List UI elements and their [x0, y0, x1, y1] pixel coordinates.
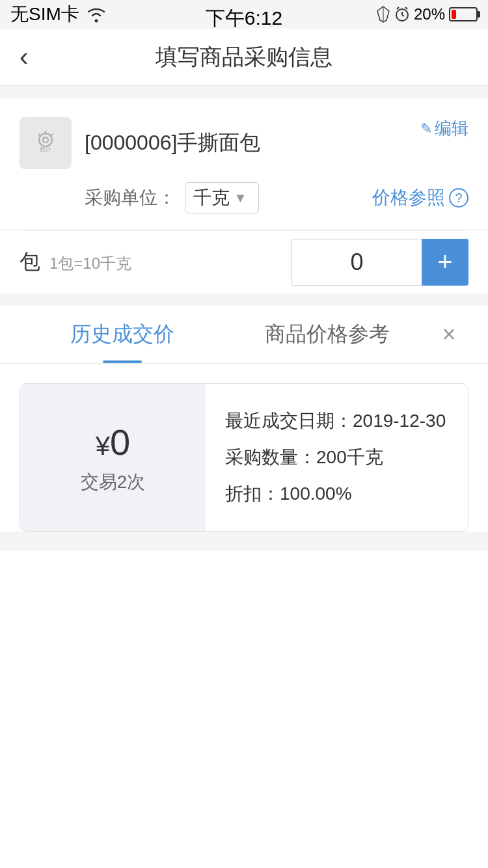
alarm-icon	[394, 6, 410, 23]
info-icon: ?	[449, 188, 468, 208]
tab-history-price[interactable]: 历史成交价	[20, 306, 224, 363]
quantity-row: 包 1包=10千克 +	[20, 230, 468, 293]
qty-input-group: +	[291, 239, 468, 286]
txn-details-section: 最近成交日期：2019-12-30 采购数量：200千克 折扣：100.00%	[206, 384, 468, 531]
battery-icon	[449, 7, 478, 21]
tabs-section: 历史成交价 商品价格参考 × ¥0 交易2次 最近成交日期：2019-12-30…	[0, 306, 488, 532]
product-name: [0000006]手撕面包	[85, 129, 260, 157]
unit-row-left: 采购单位： 千克 ▼	[85, 182, 259, 213]
quantity-input[interactable]	[291, 239, 422, 286]
status-left: 无SIM卡	[10, 2, 108, 27]
qty-unit-big: 包	[20, 248, 40, 277]
txn-qty-row: 采购数量：200千克	[225, 444, 448, 471]
txn-date-row: 最近成交日期：2019-12-30	[225, 407, 448, 435]
unit-select[interactable]: 千克 ▼	[185, 182, 259, 213]
back-button[interactable]: ‹	[13, 36, 34, 78]
svg-text:数计: 数计	[40, 146, 51, 153]
nav-bar: ‹ 填写商品采购信息	[0, 29, 488, 86]
carrier-text: 无SIM卡	[10, 2, 79, 27]
bottom-space	[0, 551, 488, 868]
svg-line-9	[51, 134, 53, 136]
svg-point-7	[43, 137, 48, 142]
transaction-card: ¥0 交易2次 最近成交日期：2019-12-30 采购数量：200千克 折扣：…	[20, 383, 468, 532]
wifi-icon	[85, 5, 108, 23]
txn-discount-row: 折扣：100.00%	[225, 480, 448, 508]
txn-trade-count: 交易2次	[81, 470, 146, 495]
tabs-close-button[interactable]: ×	[429, 306, 468, 363]
tabs-header: 历史成交价 商品价格参考 ×	[0, 306, 488, 364]
txn-price-section: ¥0 交易2次	[20, 384, 206, 531]
edit-icon: ✎	[420, 120, 432, 137]
edit-button[interactable]: ✎ 编辑	[420, 117, 468, 140]
price-reference-button[interactable]: 价格参照 ?	[372, 185, 468, 210]
product-thumbnail: 数计	[20, 117, 72, 169]
status-time: 下午6:12	[206, 5, 282, 32]
svg-line-4	[397, 7, 399, 9]
svg-point-6	[39, 133, 52, 146]
qty-unit-small: 1包=10千克	[49, 253, 131, 274]
unit-select-arrow: ▼	[234, 191, 247, 206]
page-title: 填写商品采购信息	[156, 42, 332, 72]
status-bar: 无SIM卡 下午6:12 20%	[0, 0, 488, 29]
txn-price-display: ¥0	[96, 421, 130, 463]
battery-percent: 20%	[414, 5, 445, 23]
product-left: 数计 [0000006]手撕面包	[20, 117, 260, 169]
qty-plus-button[interactable]: +	[422, 239, 468, 286]
svg-point-0	[94, 20, 98, 23]
location-icon	[376, 6, 390, 23]
qty-unit-display: 包 1包=10千克	[20, 248, 131, 277]
tab-product-price-ref[interactable]: 商品价格参考	[224, 306, 429, 363]
status-right: 20%	[376, 5, 478, 23]
quantity-section: 包 1包=10千克 +	[0, 230, 488, 293]
product-card: 数计 [0000006]手撕面包 ✎ 编辑 采购单位： 千克 ▼ 价格参照 ?	[0, 99, 488, 229]
svg-line-5	[405, 7, 407, 9]
svg-line-10	[38, 134, 40, 136]
svg-line-3	[402, 15, 404, 16]
